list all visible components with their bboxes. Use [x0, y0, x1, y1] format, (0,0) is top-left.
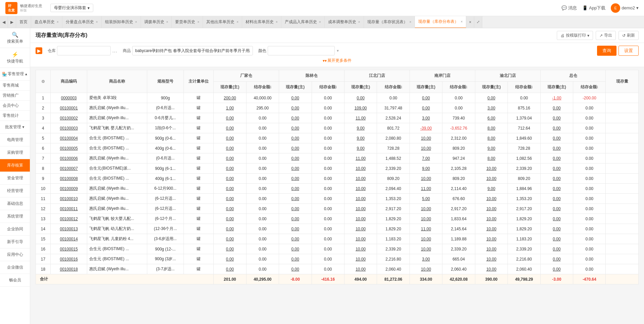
sidebar-item-ops[interactable]: 经营管理	[0, 185, 30, 197]
sidebar-item-weixin[interactable]: 企业微信	[0, 261, 30, 274]
row-fc-stock[interactable]: 0.00	[214, 153, 246, 164]
row-na-stock[interactable]: -39.00	[410, 123, 442, 133]
row-code[interactable]: 00100012	[50, 214, 87, 224]
row-yb-stock[interactable]: 8.00	[475, 133, 507, 143]
tab-stock-dist[interactable]: 现存量（库存分布表） ×	[415, 16, 466, 28]
color-input[interactable]	[268, 46, 335, 55]
row-yb-stock[interactable]: 10.00	[475, 214, 507, 224]
row-jb-stock[interactable]: 10.00	[344, 184, 377, 194]
row-cl-stock[interactable]: 0.00	[279, 224, 312, 234]
tab-close[interactable]: ×	[236, 20, 238, 24]
tabs-next[interactable]: ▶	[8, 16, 16, 28]
row-na-stock[interactable]: 10.00	[410, 214, 442, 224]
row-yb-stock[interactable]: 10.00	[475, 264, 507, 274]
row-na-stock[interactable]: 3.00	[410, 113, 442, 123]
row-na-stock[interactable]: 10.00	[410, 264, 442, 274]
row-fc-stock[interactable]: 0.00	[214, 143, 246, 153]
row-fc-stock[interactable]: 0.00	[214, 204, 246, 214]
row-na-stock[interactable]: 10.00	[410, 174, 442, 184]
sidebar-item-system[interactable]: 系统管理	[0, 210, 30, 223]
row-yb-stock[interactable]: 6.00	[475, 113, 507, 123]
row-tot-stock[interactable]: 0.00	[540, 113, 573, 123]
row-yb-stock[interactable]: 10.00	[475, 164, 507, 174]
goods-input[interactable]	[132, 46, 253, 55]
row-tot-stock[interactable]: 0.00	[540, 254, 573, 264]
row-jb-stock[interactable]: 0.00	[344, 93, 377, 103]
row-cl-stock[interactable]: 0.00	[279, 143, 312, 153]
row-cl-stock[interactable]: 0.00	[279, 123, 312, 133]
tab-stock-status[interactable]: 现存量（库存状况表） ×	[364, 16, 415, 28]
row-jb-stock[interactable]: 11.00	[344, 113, 377, 123]
row-yb-stock[interactable]: 10.00	[475, 254, 507, 264]
message-btn[interactable]: 💬 消息	[561, 5, 577, 11]
row-tot-stock[interactable]: 0.00	[540, 133, 573, 143]
row-yb-stock[interactable]: 10.00	[475, 204, 507, 214]
row-code[interactable]: 00100003	[50, 123, 87, 133]
expand-conditions-btn[interactable]: ▾▾ 展开更多条件	[323, 58, 352, 63]
row-na-stock[interactable]: 11.00	[410, 184, 442, 194]
tab-close[interactable]: ×	[276, 20, 278, 24]
sidebar-item-finance[interactable]: 资金管理	[0, 172, 30, 185]
row-yb-stock[interactable]: 10.00	[475, 234, 507, 244]
row-tot-stock[interactable]: 0.00	[540, 184, 573, 194]
sidebar-item-ecommerce[interactable]: 电商管理	[0, 134, 30, 146]
row-cl-stock[interactable]: 0.00	[279, 103, 312, 113]
app-download-btn[interactable]: 📱 App下载	[582, 5, 605, 11]
row-tot-stock[interactable]: 0.00	[540, 244, 573, 254]
row-cl-stock[interactable]: 0.00	[279, 133, 312, 143]
row-fc-stock[interactable]: 0.00	[214, 164, 246, 174]
th-gear[interactable]: ⚙	[36, 70, 51, 93]
row-na-stock[interactable]: 10.00	[410, 133, 442, 143]
row-code[interactable]: 00100005	[50, 143, 87, 153]
refresh-btn[interactable]: ↺ 刷新	[619, 31, 639, 40]
row-code[interactable]: 00100016	[50, 254, 87, 264]
row-tot-stock[interactable]: 0.00	[540, 204, 573, 214]
sidebar-item-quicknav[interactable]: ⚡ 快捷导航	[0, 48, 30, 68]
row-jb-stock[interactable]: 10.00	[344, 214, 377, 224]
row-tot-stock[interactable]: 0.00	[540, 164, 573, 174]
row-code[interactable]: 00100002	[50, 113, 87, 123]
row-tot-stock[interactable]: 0.00	[540, 153, 573, 164]
row-fc-stock[interactable]: 0.00	[214, 244, 246, 254]
row-jb-stock[interactable]: 10.00	[344, 164, 377, 174]
export-btn[interactable]: ↗ 导出	[596, 31, 616, 40]
sidebar-item-search[interactable]: 🔍 搜索英单	[0, 28, 30, 48]
row-cl-stock[interactable]: 0.00	[279, 264, 312, 274]
row-tot-stock[interactable]: 0.00	[540, 234, 573, 244]
gear-icon[interactable]: ⚙	[41, 79, 45, 84]
row-jb-stock[interactable]: 9.00	[344, 133, 377, 143]
row-yb-stock[interactable]: 10.00	[475, 194, 507, 204]
sidebar-item-marketing[interactable]: 营销推广	[0, 91, 30, 101]
row-fc-stock[interactable]: 0.00	[214, 133, 246, 143]
row-jb-stock[interactable]: 10.00	[344, 264, 377, 274]
row-fc-stock[interactable]: 0.00	[214, 174, 246, 184]
row-na-stock[interactable]: 5.00	[410, 194, 442, 204]
row-tot-stock[interactable]: 0.00	[540, 143, 573, 153]
row-yb-stock[interactable]: 8.00	[475, 153, 507, 164]
row-jb-stock[interactable]: 10.00	[344, 234, 377, 244]
tabs-prev[interactable]: ◀	[0, 16, 8, 28]
row-cl-stock[interactable]: 0.00	[279, 234, 312, 244]
tab-cost-adjust[interactable]: 成本调整单历史 ×	[325, 16, 364, 28]
tab-transfer[interactable]: 调拨单历史 ×	[141, 16, 172, 28]
row-code[interactable]: 00100008	[50, 174, 87, 184]
row-cl-stock[interactable]: 0.00	[279, 153, 312, 164]
row-code[interactable]: 00100001	[50, 103, 87, 113]
row-fc-stock[interactable]: 200.00	[214, 93, 246, 103]
sidebar-item-retail-mgmt[interactable]: 🏪 零售管理 ▲	[0, 68, 30, 81]
row-tot-stock[interactable]: -1.00	[540, 93, 573, 103]
row-yb-stock[interactable]: 0.00	[475, 93, 507, 103]
tab-close[interactable]: ×	[96, 20, 98, 24]
query-button[interactable]: 查询	[597, 46, 616, 56]
setting-button[interactable]: 设置	[619, 46, 639, 56]
tab-close[interactable]: ×	[166, 20, 168, 24]
row-fc-stock[interactable]: 0.00	[214, 184, 246, 194]
row-yb-stock[interactable]: 10.00	[475, 224, 507, 234]
sidebar-item-purchase[interactable]: 采购管理	[0, 146, 30, 159]
row-code[interactable]: 00100010	[50, 194, 87, 204]
table-container[interactable]: ⚙ 商品编码 商品名称 规格型号 主计量单位 厂家仓 陈林仓 江北门店 南岸门店…	[30, 67, 644, 324]
row-yb-stock[interactable]: 3.00	[475, 103, 507, 113]
row-code[interactable]: 00100018	[50, 264, 87, 274]
row-cl-stock[interactable]: 0.00	[279, 184, 312, 194]
sidebar-item-guide[interactable]: 新手引导	[0, 236, 30, 248]
